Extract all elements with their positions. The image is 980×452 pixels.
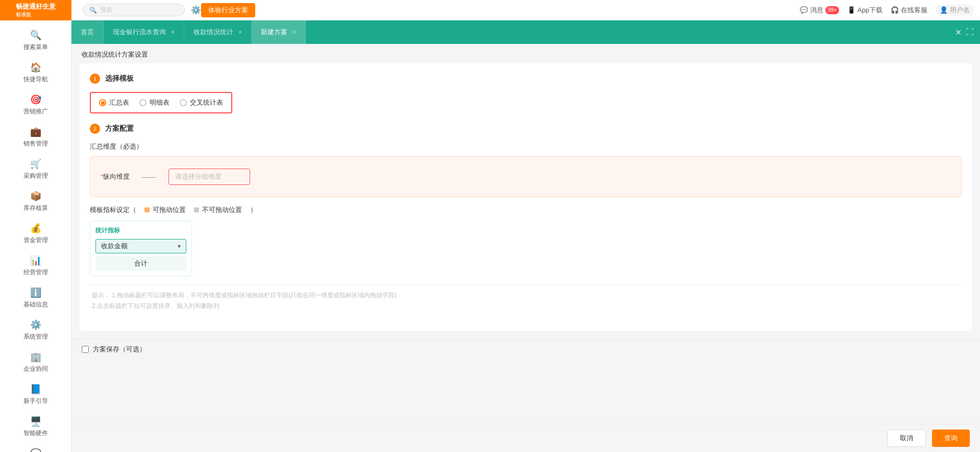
user-name: 用户名 [950,6,970,15]
management-icon: 📊 [30,255,41,266]
cancel-button[interactable]: 取消 [887,430,926,447]
tab-new-plan-label: 新建方案 [261,28,287,37]
draggable-label: 可拖动位置 [153,205,186,215]
step1-title: 选择模板 [105,74,134,83]
dimension-input[interactable]: 请选择分组维度 [168,169,250,185]
tab-expand-icon[interactable]: ⛶ [966,28,974,37]
step1-section: 1 选择模板 汇总表 明细表 [90,74,962,113]
tab-cashflow-close[interactable]: × [171,29,175,36]
enterprise-icon: 🏢 [30,351,41,363]
tip1: 提示： 1.拖动标题栏可以调整布局，不可跨维度或指标区域拖动栏目字段(只能在同一… [90,291,962,300]
tab-receipt-stats[interactable]: 收款情况统计 × [184,20,252,44]
dimension-config: 汇总维度（必选） *纵向维度 —— 请选择分组维度 [90,142,962,197]
content-area: 首页 现金银行流水查询 × 收款情况统计 × 新建方案 × ✕ ⛶ 收款情况统计… [71,20,980,452]
dimension-area: *纵向维度 —— 请选择分组维度 [90,156,962,197]
required-mark: * [101,173,103,180]
drag-dot-icon [144,207,150,212]
radio-detail[interactable]: 明细表 [139,98,169,107]
stats-label: 统计指标 [95,226,186,235]
download-label: App下载 [857,6,883,15]
radio-cross-label: 交叉统计表 [190,98,223,107]
sidebar: 🔍 搜索菜单 🏠 快捷导航 🎯 营销推广 💼 销售管理 🛒 采购管理 📦 库存核… [0,20,71,452]
stats-tag-dropdown-icon: ▾ [178,243,181,250]
home-icon: 🏠 [30,62,41,73]
sidebar-item-search[interactable]: 🔍 搜索菜单 [0,25,71,57]
sidebar-item-label: 库存核算 [23,204,48,212]
page-content: 收款情况统计方案设置 1 选择模板 汇总表 [71,44,980,424]
sidebar-item-system[interactable]: ⚙️ 系统管理 [0,314,71,346]
tab-home-label: 首页 [81,28,94,37]
sidebar-item-wechat[interactable]: 💬 企业微信 [0,443,71,452]
sidebar-item-label: 资金管理 [23,236,48,245]
tab-cashflow[interactable]: 现金银行流水查询 × [104,20,184,44]
top-bar: 畅捷通好生意 标准版 🔍 搜索 ⚙️ 体验行业方案 💬 消息 99+ 📱 App… [0,0,980,20]
metrics-header: 模板指标设定（ 可拖动位置 不可拖动位置 ） [90,205,962,215]
support-icon: 🎧 [891,6,899,14]
radio-summary-label: 汇总表 [109,98,129,107]
stats-tag-amount[interactable]: 收款金额 ▾ [95,239,186,253]
sidebar-item-label: 快捷导航 [23,75,48,84]
sidebar-item-enterprise[interactable]: 🏢 企业协同 [0,346,71,378]
query-button[interactable]: 查询 [932,430,970,447]
sidebar-item-finance[interactable]: 💰 资金管理 [0,218,71,250]
trial-button[interactable]: 体验行业方案 [201,3,255,17]
sidebar-item-label: 基础信息 [23,300,48,309]
draggable-badge: 可拖动位置 [144,205,186,215]
sidebar-item-guide[interactable]: 📘 新手引导 [0,378,71,411]
tab-bar-right: ✕ ⛶ [955,28,980,37]
settings-icon[interactable]: ⚙️ [191,5,201,15]
sidebar-item-nav[interactable]: 🏠 快捷导航 [0,57,71,89]
sidebar-item-label: 系统管理 [23,332,48,341]
dimension-arrow: —— [142,173,156,181]
sales-icon: 💼 [30,126,41,137]
dimension-row: *纵向维度 —— 请选择分组维度 [101,169,951,185]
top-bar-content: 🔍 搜索 ⚙️ 体验行业方案 💬 消息 99+ 📱 App下载 🎧 在线客服 👤… [83,3,974,17]
tab-home[interactable]: 首页 [71,20,104,44]
search-placeholder: 搜索 [100,6,112,14]
user-icon: 👤 [940,6,948,14]
save-label: 方案保存（可选） [93,345,146,354]
finance-icon: 💰 [30,223,41,234]
save-checkbox[interactable] [82,346,89,353]
main-layout: 🔍 搜索菜单 🏠 快捷导航 🎯 营销推广 💼 销售管理 🛒 采购管理 📦 库存核… [0,20,980,452]
step1-number: 1 [90,74,100,84]
radio-detail-circle [139,99,146,106]
radio-detail-label: 明细表 [150,98,169,107]
user-item[interactable]: 👤 用户名 [936,5,974,16]
sidebar-item-inventory[interactable]: 📦 库存核算 [0,185,71,218]
save-section: 方案保存（可选） [71,339,980,359]
hardware-icon: 🖥️ [30,416,41,427]
tab-new-plan-close[interactable]: × [292,29,296,36]
message-item[interactable]: 💬 消息 99+ [800,6,839,15]
page-title: 收款情况统计方案设置 [82,51,148,58]
download-item[interactable]: 📱 App下载 [847,6,883,15]
search-icon: 🔍 [30,30,41,41]
stats-total: 合计 [95,256,186,271]
sidebar-item-hardware[interactable]: 🖥️ 智能硬件 [0,411,71,443]
radio-cross[interactable]: 交叉统计表 [180,98,223,107]
support-item[interactable]: 🎧 在线客服 [891,6,927,15]
dimension-label: 汇总维度（必选） [90,142,962,151]
top-search[interactable]: 🔍 搜索 [83,4,185,16]
tips-section: 提示： 1.拖动标题栏可以调整布局，不可跨维度或指标区域拖动栏目字段(只能在同一… [90,284,962,311]
sidebar-item-management[interactable]: 📊 经营管理 [0,250,71,282]
tab-new-plan[interactable]: 新建方案 × [252,20,306,44]
tab-receipt-stats-close[interactable]: × [238,29,242,36]
top-bar-icons: 💬 消息 99+ 📱 App下载 🎧 在线客服 👤 用户名 [800,5,974,16]
sidebar-item-basic[interactable]: ℹ️ 基础信息 [0,282,71,314]
radio-summary[interactable]: 汇总表 [99,98,129,107]
step2-header: 2 方案配置 [90,124,962,134]
step2-number: 2 [90,124,100,134]
inventory-icon: 📦 [30,191,41,202]
metrics-config: 模板指标设定（ 可拖动位置 不可拖动位置 ） [90,205,962,276]
sidebar-item-purchase[interactable]: 🛒 采购管理 [0,153,71,185]
logo-text: 畅捷通好生意 [16,2,56,11]
purchase-icon: 🛒 [30,158,41,170]
radio-summary-circle [99,99,106,106]
stats-tag-text: 收款金额 [101,242,128,251]
step1-header: 1 选择模板 [90,74,962,84]
sidebar-item-marketing[interactable]: 🎯 营销推广 [0,89,71,121]
footer-bar: 取消 查询 [71,424,980,452]
sidebar-item-sales[interactable]: 💼 销售管理 [0,121,71,153]
tab-close-icon[interactable]: ✕ [955,28,962,37]
